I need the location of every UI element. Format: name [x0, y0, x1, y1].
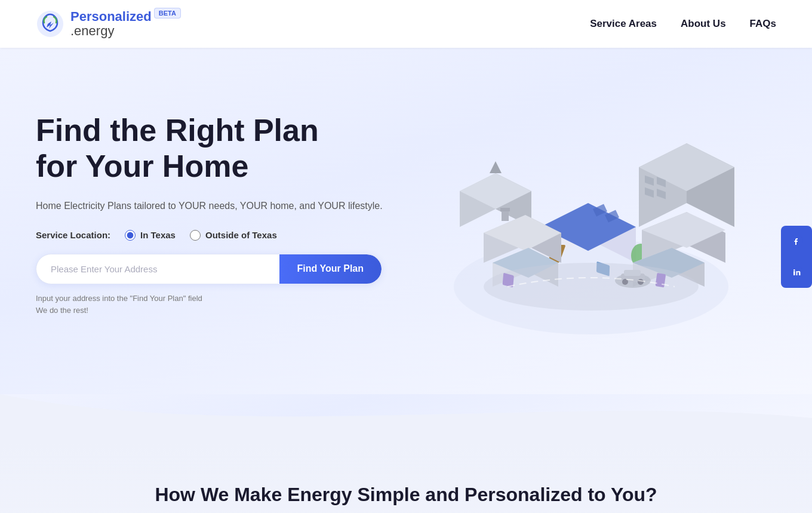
logo-text-area: PersonalizedBETA .energy: [70, 10, 181, 38]
hero-content: Find the Right Plan for Your Home Home E…: [36, 113, 406, 317]
nav-faqs[interactable]: FAQs: [750, 18, 776, 30]
header: PersonalizedBETA .energy Service Areas A…: [0, 0, 812, 48]
social-sidebar: [781, 226, 812, 288]
facebook-button[interactable]: [781, 226, 812, 257]
nav-about-us[interactable]: About Us: [681, 18, 726, 30]
svg-point-47: [484, 263, 699, 311]
hero-title: Find the Right Plan for Your Home: [36, 113, 406, 185]
find-plan-button[interactable]: Find Your Plan: [279, 254, 382, 284]
wave-divider: [0, 394, 812, 442]
radio-outside-label: Outside of Texas: [205, 230, 277, 240]
hero-section: Find the Right Plan for Your Home Home E…: [0, 48, 812, 394]
radio-outside-option[interactable]: Outside of Texas: [190, 230, 277, 241]
radio-texas[interactable]: [125, 230, 136, 241]
isometric-city-svg: [436, 84, 746, 346]
how-section: How We Make Energy Simple and Personaliz…: [0, 442, 812, 513]
svg-marker-5: [490, 161, 502, 173]
svg-rect-30: [500, 208, 510, 211]
svg-point-61: [793, 269, 795, 271]
svg-rect-60: [793, 271, 795, 275]
radio-outside[interactable]: [190, 230, 201, 241]
logo-name: Personalized: [70, 9, 152, 24]
logo-sub: .energy: [70, 23, 114, 38]
service-location: Service Location: In Texas Outside of Te…: [36, 230, 406, 241]
logo-icon: [36, 10, 64, 38]
search-bar: Find Your Plan: [36, 254, 382, 284]
hero-hint: Input your address into the "Find Your P…: [36, 293, 406, 318]
radio-texas-label: In Texas: [140, 230, 176, 240]
service-location-label: Service Location:: [36, 230, 110, 240]
how-section-title: How We Make Energy Simple and Personaliz…: [36, 484, 776, 506]
hero-illustration: [406, 84, 776, 346]
radio-texas-option[interactable]: In Texas: [125, 230, 176, 241]
linkedin-button[interactable]: [781, 257, 812, 288]
beta-badge: BETA: [154, 8, 181, 19]
hero-subtitle: Home Electricity Plans tailored to YOUR …: [36, 199, 406, 213]
address-input[interactable]: [36, 254, 279, 284]
logo: PersonalizedBETA .energy: [36, 10, 181, 38]
nav-service-areas[interactable]: Service Areas: [590, 18, 657, 30]
main-nav: Service Areas About Us FAQs: [590, 18, 776, 30]
